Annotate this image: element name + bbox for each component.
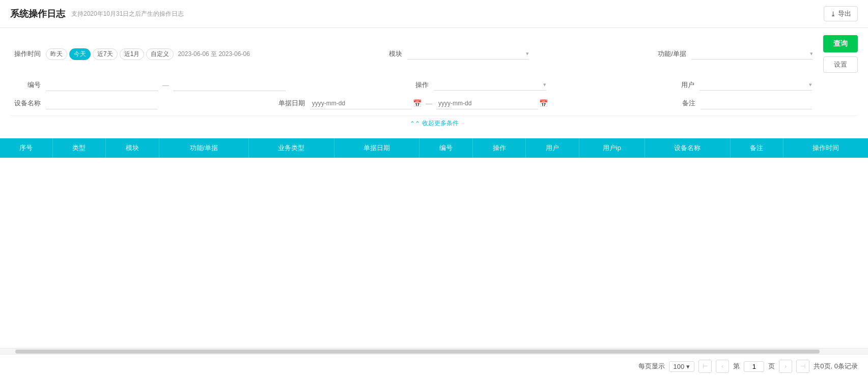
- module-label: 模块: [372, 49, 407, 59]
- col-seq: 序号: [0, 138, 52, 158]
- device-input[interactable]: [46, 97, 157, 109]
- time-btn-custom[interactable]: 自定义: [146, 48, 174, 60]
- data-table: 序号 类型 模块 功能/单据 业务类型 单据日期 编号 操作 用户 用户ip 设…: [0, 138, 868, 158]
- user-select[interactable]: ▾: [699, 79, 812, 91]
- device-label: 设备名称: [10, 99, 46, 108]
- function-chevron-icon: ▾: [810, 50, 813, 57]
- prev-page-button[interactable]: ‹: [716, 360, 729, 373]
- time-label: 操作时间: [10, 49, 46, 59]
- time-btn-7days[interactable]: 近7天: [93, 48, 118, 60]
- user-chevron-icon: ▾: [809, 81, 812, 88]
- filter-row-2: 编号 — 操作 ▾ 用户 ▾: [10, 79, 858, 91]
- collapse-bar[interactable]: ⌃⌃ 收起更多条件: [10, 115, 858, 131]
- operation-select[interactable]: ▾: [434, 79, 546, 91]
- page-title: 系统操作日志: [10, 8, 65, 20]
- calendar-start-icon[interactable]: 📅: [413, 99, 422, 107]
- col-device: 设备名称: [645, 138, 730, 158]
- export-button[interactable]: ⤓ 导出: [824, 6, 858, 21]
- date-end-input[interactable]: [436, 98, 538, 109]
- col-module: 模块: [106, 138, 159, 158]
- col-function: 功能/单据: [159, 138, 248, 158]
- col-type: 类型: [52, 138, 105, 158]
- query-button[interactable]: 查询: [823, 35, 858, 52]
- col-number: 编号: [419, 138, 472, 158]
- date-input-start-wrap: 📅: [310, 98, 422, 109]
- page-size-chevron-icon: ▾: [686, 363, 690, 370]
- col-user: 用户: [526, 138, 579, 158]
- page-subtitle: 支持2020年10月31日之后产生的操作日志: [71, 10, 184, 18]
- table-header: 序号 类型 模块 功能/单据 业务类型 单据日期 编号 操作 用户 用户ip 设…: [0, 138, 868, 158]
- next-page-button[interactable]: ›: [779, 360, 792, 373]
- time-btn-1month[interactable]: 近1月: [120, 48, 145, 60]
- page-label: 第: [733, 362, 740, 371]
- number-separator: —: [162, 81, 169, 89]
- pagination-bar: 每页显示 100 ▾ ⊢ ‹ 第 页 › ⊣ 共0页, 0条记录: [0, 354, 868, 378]
- col-docdate: 单据日期: [334, 138, 419, 158]
- col-optime: 操作时间: [783, 138, 868, 158]
- function-select[interactable]: ▾: [691, 48, 813, 60]
- col-remark: 备注: [730, 138, 783, 158]
- settings-button[interactable]: 设置: [823, 56, 858, 73]
- first-page-button[interactable]: ⊢: [698, 360, 712, 373]
- page-unit: 页: [768, 362, 775, 371]
- operation-label: 操作: [398, 80, 434, 90]
- time-range-text: 2023-06-06 至 2023-06-06: [178, 50, 249, 59]
- number-label: 编号: [10, 80, 46, 90]
- time-buttons: 昨天 今天 近7天 近1月 自定义 2023-06-06 至 2023-06-0…: [46, 48, 250, 60]
- col-userip: 用户ip: [579, 138, 645, 158]
- collapse-label: 收起更多条件: [422, 119, 459, 128]
- number-input-end[interactable]: [173, 79, 286, 91]
- user-label: 用户: [659, 80, 699, 90]
- module-select[interactable]: ▾: [407, 48, 529, 60]
- operation-chevron-icon: ▾: [543, 81, 546, 88]
- page-size-label: 每页显示: [638, 362, 665, 371]
- date-start-input[interactable]: [310, 98, 412, 109]
- horizontal-scrollbar[interactable]: [0, 348, 868, 354]
- export-label: 导出: [838, 9, 851, 18]
- date-input-end-wrap: 📅: [436, 98, 548, 109]
- remark-label: 备注: [660, 99, 701, 108]
- collapse-icon: ⌃⌃: [410, 120, 420, 127]
- col-operation: 操作: [472, 138, 525, 158]
- number-input-start[interactable]: [46, 79, 158, 91]
- module-chevron-icon: ▾: [526, 50, 529, 57]
- col-biztype: 业务类型: [249, 138, 334, 158]
- time-filter-area: 昨天 今天 近7天 近1月 自定义 2023-06-06 至 2023-06-0…: [46, 48, 250, 60]
- date-separator: —: [426, 100, 432, 107]
- filter-area: 操作时间 昨天 今天 近7天 近1月 自定义 2023-06-06 至 2023…: [0, 28, 868, 138]
- table-container[interactable]: 序号 类型 模块 功能/单据 业务类型 单据日期 编号 操作 用户 用户ip 设…: [0, 138, 868, 348]
- remark-input[interactable]: [701, 97, 812, 109]
- time-btn-yesterday[interactable]: 昨天: [46, 48, 67, 60]
- page-size-select[interactable]: 100 ▾: [669, 361, 695, 372]
- last-page-button[interactable]: ⊣: [796, 360, 809, 373]
- scrollbar-thumb[interactable]: [15, 350, 820, 354]
- function-label: 功能/单据: [651, 49, 691, 59]
- document-date-label: 单据日期: [269, 99, 310, 108]
- title-area: 系统操作日志 支持2020年10月31日之后产生的操作日志: [10, 8, 184, 20]
- page-header: 系统操作日志 支持2020年10月31日之后产生的操作日志 ⤓ 导出: [0, 0, 868, 28]
- empty-table-area: [0, 158, 868, 310]
- action-buttons: 查询 设置: [823, 35, 858, 73]
- total-info: 共0页, 0条记录: [814, 362, 858, 371]
- page-size-value: 100: [674, 363, 685, 370]
- main-content: 序号 类型 模块 功能/单据 业务类型 单据日期 编号 操作 用户 用户ip 设…: [0, 138, 868, 378]
- page-number-input[interactable]: [744, 361, 764, 372]
- export-icon: ⤓: [830, 10, 836, 18]
- calendar-end-icon[interactable]: 📅: [539, 99, 548, 107]
- filter-row-3: 设备名称 单据日期 📅 — 📅 备注: [10, 97, 858, 109]
- time-btn-today[interactable]: 今天: [69, 48, 91, 60]
- filter-row-1: 操作时间 昨天 今天 近7天 近1月 自定义 2023-06-06 至 2023…: [10, 35, 858, 73]
